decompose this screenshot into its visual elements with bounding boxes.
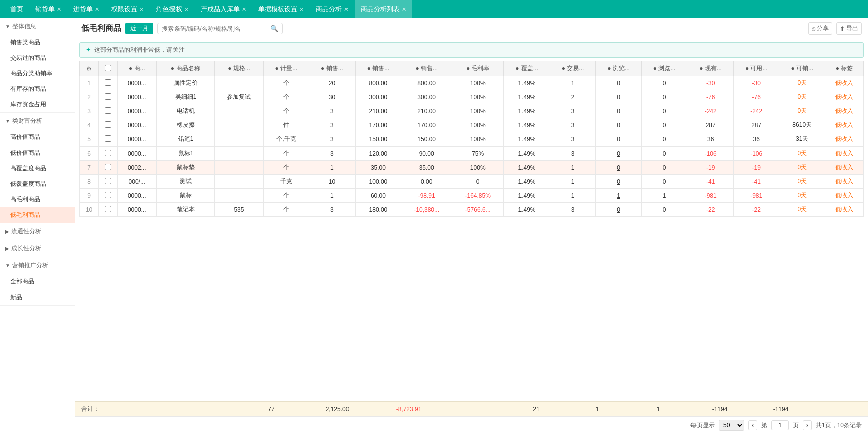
cell-sale-profit: 0.00	[401, 175, 452, 189]
search-box[interactable]: 🔍	[157, 23, 283, 34]
sidebar-group-marketing[interactable]: ▼ 营销推广分析	[0, 257, 75, 274]
sidebar-item-low-value[interactable]: 低价值商品	[0, 145, 75, 161]
period-button[interactable]: 近一月	[125, 23, 153, 34]
page-number-input[interactable]	[771, 420, 789, 430]
col-settings[interactable]: ⚙	[80, 61, 99, 76]
select-all-checkbox[interactable]	[105, 65, 111, 71]
cell-browse1[interactable]: 0	[596, 132, 642, 147]
cell-checkbox[interactable]	[99, 203, 118, 217]
nav-purchase-close[interactable]: ✕	[95, 6, 99, 13]
col-gross-margin[interactable]: ● 毛利率	[452, 61, 504, 76]
sidebar-group-circulation[interactable]: ▶ 流通性分析	[0, 223, 75, 240]
cell-browse1[interactable]: 0	[596, 90, 642, 104]
cell-checkbox[interactable]	[99, 175, 118, 189]
row-checkbox[interactable]	[105, 178, 111, 184]
row-checkbox[interactable]	[105, 107, 111, 114]
cell-checkbox[interactable]	[99, 147, 118, 161]
col-transaction[interactable]: ● 交易...	[550, 61, 596, 76]
cell-checkbox[interactable]	[99, 132, 118, 147]
nav-role-close[interactable]: ✕	[184, 6, 189, 13]
nav-product-analysis[interactable]: 商品分析 ✕	[310, 0, 355, 18]
cell-browse1[interactable]: 0	[596, 76, 642, 90]
col-available[interactable]: ● 可用...	[733, 61, 779, 76]
nav-product-analysis-list[interactable]: 商品分析列表 ✕	[355, 0, 412, 18]
nav-template-close[interactable]: ✕	[299, 6, 304, 13]
cell-current-stock: -76	[687, 90, 734, 104]
cell-unit: 件	[263, 118, 309, 132]
export-button[interactable]: ⬆ 导出	[836, 22, 862, 35]
col-name[interactable]: ● 商品名称	[156, 61, 214, 76]
share-button[interactable]: ⎋ 分享	[808, 22, 832, 35]
row-checkbox[interactable]	[105, 121, 111, 128]
per-page-select[interactable]: 50 100 200	[719, 420, 744, 431]
table-container[interactable]: ⚙ ● 商... ● 商品名称 ● 规格... ● 计量... ● 销售... …	[75, 61, 868, 401]
sidebar-item-all-goods[interactable]: 全部商品	[0, 274, 75, 290]
col-browse1[interactable]: ● 浏览...	[596, 61, 642, 76]
next-page-button[interactable]: ›	[803, 420, 812, 430]
cell-browse1[interactable]: 1	[596, 189, 642, 203]
sidebar-item-low-margin[interactable]: 低毛利商品	[0, 207, 75, 223]
col-unit[interactable]: ● 计量...	[263, 61, 309, 76]
sidebar-group-overall[interactable]: ▼ 整体信息	[0, 18, 75, 35]
nav-purchase[interactable]: 进货单 ✕	[67, 0, 105, 18]
cell-browse1[interactable]: 0	[596, 175, 642, 189]
cell-browse1[interactable]: 0	[596, 104, 642, 118]
cell-browse1[interactable]: 0	[596, 147, 642, 161]
sidebar-item-new-goods[interactable]: 新品	[0, 290, 75, 305]
nav-template[interactable]: 单据模板设置 ✕	[252, 0, 310, 18]
prev-page-button[interactable]: ‹	[748, 420, 757, 430]
nav-role[interactable]: 角色授权 ✕	[150, 0, 195, 18]
sidebar-item-capital[interactable]: 库存资金占用	[0, 97, 75, 112]
row-checkbox[interactable]	[105, 79, 111, 86]
cell-browse2: 0	[641, 203, 687, 217]
nav-permission[interactable]: 权限设置 ✕	[105, 0, 150, 18]
cell-saleable: 8610天	[779, 118, 825, 132]
row-checkbox[interactable]	[105, 150, 111, 156]
col-code[interactable]: ● 商...	[117, 61, 156, 76]
col-spec[interactable]: ● 规格...	[215, 61, 263, 76]
col-checkbox[interactable]	[99, 61, 118, 76]
cell-checkbox[interactable]	[99, 104, 118, 118]
col-coverage[interactable]: ● 覆盖...	[504, 61, 550, 76]
cell-browse1[interactable]: 0	[596, 203, 642, 217]
row-checkbox[interactable]	[105, 192, 111, 198]
sidebar-item-high-margin[interactable]: 高毛利商品	[0, 192, 75, 207]
sidebar-item-high-coverage[interactable]: 高覆盖度商品	[0, 161, 75, 176]
col-saleable[interactable]: ● 可销...	[779, 61, 825, 76]
col-sale-profit[interactable]: ● 销售...	[401, 61, 452, 76]
sidebar-item-category-rate[interactable]: 商品分类助销率	[0, 66, 75, 81]
col-sale-amount[interactable]: ● 销售...	[355, 61, 401, 76]
cell-checkbox[interactable]	[99, 161, 118, 175]
nav-product-in-close[interactable]: ✕	[242, 6, 246, 13]
nav-home[interactable]: 首页	[4, 0, 29, 18]
col-tag[interactable]: ● 标签	[825, 61, 863, 76]
nav-product-in[interactable]: 产成品入库单 ✕	[195, 0, 252, 18]
nav-permission-close[interactable]: ✕	[139, 6, 144, 13]
col-current-stock[interactable]: ● 现有...	[687, 61, 734, 76]
cell-checkbox[interactable]	[99, 118, 118, 132]
cell-checkbox[interactable]	[99, 76, 118, 90]
cell-browse1[interactable]: 0	[596, 161, 642, 175]
row-checkbox[interactable]	[105, 164, 111, 170]
sidebar-item-sales-goods[interactable]: 销售类商品	[0, 35, 75, 50]
row-checkbox[interactable]	[105, 135, 111, 142]
sidebar-item-high-value[interactable]: 高价值商品	[0, 129, 75, 145]
nav-product-analysis-close[interactable]: ✕	[344, 6, 349, 13]
row-checkbox[interactable]	[105, 93, 111, 100]
sidebar-group-wealth[interactable]: ▼ 类财富分析	[0, 113, 75, 129]
sidebar-item-in-stock[interactable]: 有库存的商品	[0, 81, 75, 97]
cell-checkbox[interactable]	[99, 90, 118, 104]
nav-sales-close[interactable]: ✕	[57, 6, 61, 13]
sidebar-item-traded-goods[interactable]: 交易过的商品	[0, 50, 75, 66]
col-sale-qty[interactable]: ● 销售...	[309, 61, 356, 76]
search-input[interactable]	[162, 25, 270, 32]
cell-browse1[interactable]: 0	[596, 118, 642, 132]
cell-checkbox[interactable]	[99, 189, 118, 203]
col-browse2[interactable]: ● 浏览...	[641, 61, 687, 76]
sidebar-group-growth[interactable]: ▶ 成长性分析	[0, 240, 75, 257]
row-checkbox[interactable]	[105, 206, 111, 212]
nav-product-analysis-list-close[interactable]: ✕	[402, 6, 406, 13]
nav-sales[interactable]: 销货单 ✕	[29, 0, 67, 18]
search-icon[interactable]: 🔍	[270, 25, 278, 32]
sidebar-item-low-coverage[interactable]: 低覆盖度商品	[0, 176, 75, 192]
